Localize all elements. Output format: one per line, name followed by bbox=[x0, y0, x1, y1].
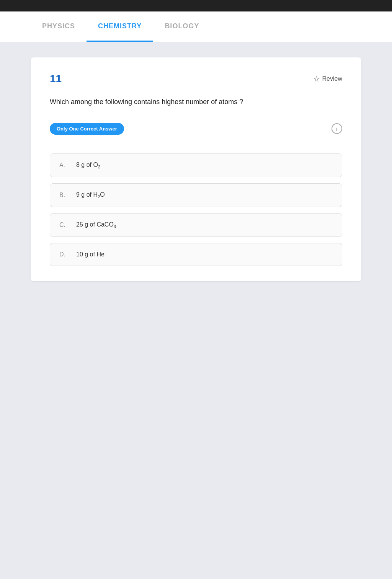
tab-biology-label: BIOLOGY bbox=[165, 22, 199, 30]
option-c-label: C. bbox=[59, 222, 69, 228]
tab-physics[interactable]: PHYSICS bbox=[31, 11, 87, 42]
tab-chemistry[interactable]: CHEMISTRY bbox=[87, 11, 153, 42]
question-card: 11 ☆ Review Which among the following co… bbox=[31, 57, 361, 281]
top-bar bbox=[0, 0, 392, 11]
question-text: Which among the following contains highe… bbox=[50, 96, 342, 108]
tab-chemistry-label: CHEMISTRY bbox=[98, 22, 142, 30]
divider bbox=[50, 144, 342, 144]
main-content: 11 ☆ Review Which among the following co… bbox=[0, 42, 392, 297]
review-button[interactable]: ☆ Review bbox=[313, 74, 342, 83]
info-icon[interactable]: i bbox=[332, 123, 342, 134]
option-a-text: 8 g of O2 bbox=[76, 161, 100, 169]
option-list: A. 8 g of O2 B. 9 g of H2O C. 25 g of Ca… bbox=[50, 153, 342, 266]
option-c[interactable]: C. 25 g of CaCO3 bbox=[50, 213, 342, 237]
answer-type-badge: Only One Correct Answer bbox=[50, 123, 124, 135]
option-b-label: B. bbox=[59, 192, 69, 199]
tab-physics-label: PHYSICS bbox=[42, 22, 75, 30]
option-a[interactable]: A. 8 g of O2 bbox=[50, 153, 342, 177]
option-a-label: A. bbox=[59, 162, 69, 169]
option-b-text: 9 g of H2O bbox=[76, 191, 105, 199]
review-label: Review bbox=[322, 75, 342, 82]
question-header: 11 ☆ Review bbox=[50, 73, 342, 85]
option-b[interactable]: B. 9 g of H2O bbox=[50, 183, 342, 207]
question-number: 11 bbox=[50, 73, 62, 85]
star-icon: ☆ bbox=[313, 74, 320, 83]
option-d[interactable]: D. 10 g of He bbox=[50, 243, 342, 266]
tab-biology[interactable]: BIOLOGY bbox=[153, 11, 211, 42]
tab-bar: PHYSICS CHEMISTRY BIOLOGY bbox=[0, 11, 392, 42]
answer-type-row: Only One Correct Answer i bbox=[50, 123, 342, 135]
option-c-text: 25 g of CaCO3 bbox=[76, 221, 116, 229]
option-d-text: 10 g of He bbox=[76, 251, 105, 258]
option-d-label: D. bbox=[59, 251, 69, 258]
